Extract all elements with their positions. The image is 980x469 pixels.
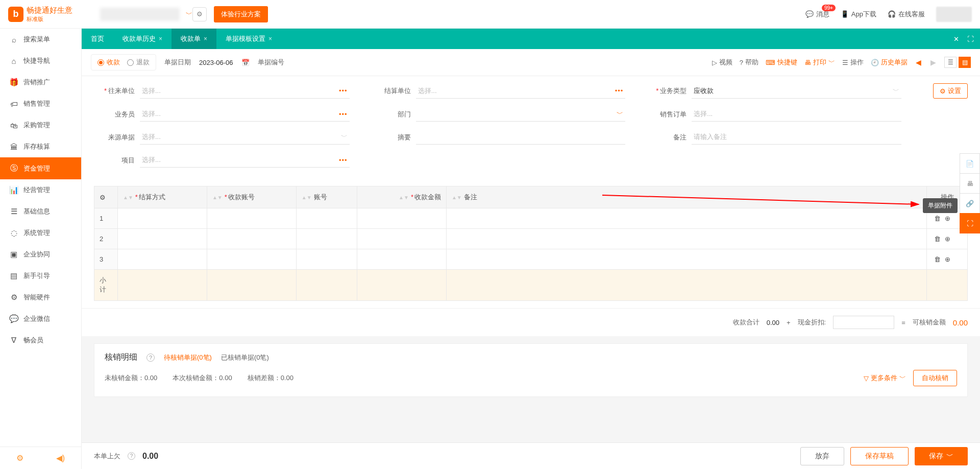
app-download-button[interactable]: 📱 App下载 — [841, 10, 876, 19]
docno-label: 单据编号 — [258, 58, 284, 67]
user-avatar[interactable] — [936, 7, 972, 22]
help-icon[interactable]: ? — [146, 354, 155, 362]
radio-label: 退款 — [136, 58, 150, 67]
float-print-button[interactable]: 🖶 — [960, 173, 980, 194]
float-expand-button[interactable]: ⛶ — [960, 213, 980, 233]
auto-writeoff-button[interactable]: 自动核销 — [913, 370, 957, 386]
sidebar-item-wechat[interactable]: 💬企业微信 — [0, 308, 81, 330]
sidebar-item-purchase[interactable]: 🛍采购管理 — [0, 114, 81, 136]
settleunit-label: 结算单位 — [384, 87, 411, 95]
sidebar-item-quicknav[interactable]: ⌂快捷导航 — [0, 50, 81, 72]
close-all-icon[interactable]: ✕ — [951, 33, 961, 45]
tab-receipt-history[interactable]: 收款单历史× — [113, 29, 172, 49]
calendar-icon[interactable]: 📅 — [241, 59, 250, 66]
next-doc-button[interactable]: ▶ — [929, 58, 937, 66]
table-config-header[interactable]: ⚙ — [94, 186, 118, 208]
discard-button[interactable]: 放弃 — [800, 447, 844, 465]
remark-input[interactable]: 请输入备注 — [692, 130, 901, 145]
shortcut-button[interactable]: ⌨快捷键 — [766, 58, 797, 67]
table-row[interactable]: 3🗑⊕ — [94, 249, 968, 270]
add-row-icon[interactable]: ⊕ — [945, 235, 950, 243]
sidebar-item-member[interactable]: ∇畅会员 — [0, 330, 81, 351]
view-form-button[interactable]: ▤ — [959, 57, 971, 68]
history-button[interactable]: 🕘历史单据 — [871, 58, 908, 67]
add-row-icon[interactable]: ⊕ — [945, 215, 950, 222]
messages-button[interactable]: 💬 消息 99+ — [805, 10, 829, 19]
prev-doc-button[interactable]: ◀ — [915, 58, 922, 66]
project-input[interactable]: 选择...••• — [140, 153, 350, 168]
unwriteoff-amount: 未核销金额：0.00 — [105, 373, 157, 383]
menu-icon: ☰ — [842, 59, 848, 66]
subtotal-row: 小计 — [94, 270, 968, 301]
tab-done-writeoff[interactable]: 已核销单据(0笔) — [221, 353, 269, 362]
trial-industry-button[interactable]: 体验行业方案 — [214, 6, 268, 22]
float-draft-button[interactable]: 📄 — [960, 153, 980, 174]
save-button[interactable]: 保存﹀ — [915, 447, 968, 465]
add-row-icon[interactable]: ⊕ — [945, 255, 950, 263]
more-conditions-button[interactable]: ▽更多条件﹀ — [864, 373, 906, 383]
radio-refund[interactable]: 退款 — [127, 58, 150, 67]
tag-icon: 🏷 — [9, 100, 18, 108]
col-settle-method[interactable]: ▲▼*结算方式 — [118, 186, 207, 208]
settings-icon[interactable]: ⚙ — [16, 453, 23, 463]
online-service-button[interactable]: 🎧 在线客服 — [888, 10, 925, 19]
date-value[interactable]: 2023-06-06 — [199, 59, 233, 66]
view-list-button[interactable]: ☰ — [944, 57, 957, 68]
save-draft-button[interactable]: 保存草稿 — [850, 447, 909, 465]
col-account[interactable]: ▲▼*收款账号 — [207, 186, 296, 208]
delete-row-icon[interactable]: 🗑 — [934, 215, 941, 222]
col-remark[interactable]: ▲▼备注 — [446, 186, 926, 208]
help-icon[interactable]: ? — [128, 452, 135, 460]
sidebar-item-basicinfo[interactable]: ☰基础信息 — [0, 201, 81, 222]
cash-discount-input[interactable] — [833, 316, 894, 329]
sidebar-item-sales[interactable]: 🏷销售管理 — [0, 93, 81, 114]
partner-input[interactable]: 选择...••• — [140, 84, 350, 99]
close-icon[interactable]: × — [204, 35, 207, 42]
sidebar-item-operation[interactable]: 📊经营管理 — [0, 179, 81, 201]
delete-row-icon[interactable]: 🗑 — [934, 255, 941, 263]
detail-table: ⚙ ▲▼*结算方式 ▲▼*收款账号 ▲▼账号 ▲▼*收款金额 ▲▼备注 操作 1… — [94, 186, 968, 301]
sidebar-item-marketing[interactable]: 🎁营销推广 — [0, 72, 81, 93]
col-amount[interactable]: ▲▼*收款金额 — [357, 186, 447, 208]
summary-input[interactable] — [416, 130, 626, 145]
radio-receive[interactable]: 收款 — [97, 58, 120, 67]
sidebar-item-collab[interactable]: ▣企业协同 — [0, 244, 81, 265]
delete-row-icon[interactable]: 🗑 — [934, 235, 941, 243]
sidebar-item-finance[interactable]: Ⓢ资金管理 — [0, 157, 81, 179]
help-button[interactable]: ?帮助 — [740, 58, 758, 67]
sidebar-item-search[interactable]: ⌕搜索菜单 — [0, 29, 81, 50]
fullscreen-icon[interactable]: ⛶ — [965, 33, 976, 45]
toolbar-right: ▷视频 ?帮助 ⌨快捷键 🖶打印﹀ ☰操作 🕘历史单据 ◀ ▶ ☰ ▤ — [712, 57, 971, 68]
sidebar-item-system[interactable]: ◌系统管理 — [0, 222, 81, 244]
dept-input[interactable]: ﹀ — [416, 107, 626, 122]
tab-label: 收款单历史 — [122, 34, 156, 43]
settleunit-input[interactable]: 选择...••• — [416, 84, 626, 99]
source-input[interactable]: 选择...﹀ — [140, 130, 350, 145]
tab-home[interactable]: 首页 — [82, 29, 113, 49]
close-icon[interactable]: × — [159, 35, 162, 42]
sidebar-item-hardware[interactable]: ⚙智能硬件 — [0, 287, 81, 308]
form-settings-button[interactable]: ⚙设置 — [933, 83, 968, 99]
attachment-tooltip: 单据附件 — [923, 198, 958, 213]
biztype-input[interactable]: 应收款﹀ — [692, 84, 901, 99]
collapse-icon[interactable]: ◀) — [56, 453, 65, 463]
tab-receipt[interactable]: 收款单× — [172, 29, 216, 49]
table-row[interactable]: 1🗑⊕ — [94, 208, 968, 229]
salesorder-input[interactable]: 选择... — [692, 107, 901, 122]
messages-badge: 99+ — [822, 5, 836, 11]
operate-button[interactable]: ☰操作 — [842, 58, 864, 67]
sidebar-item-guide[interactable]: ▤新手引导 — [0, 265, 81, 287]
settings-gear-button[interactable]: ⚙ — [192, 7, 207, 21]
col-acctno[interactable]: ▲▼账号 — [296, 186, 357, 208]
print-button[interactable]: 🖶打印﹀ — [804, 58, 835, 67]
sidebar-item-inventory[interactable]: 🏛库存核算 — [0, 136, 81, 157]
video-button[interactable]: ▷视频 — [712, 58, 732, 67]
table-row[interactable]: 2🗑⊕ — [94, 229, 968, 249]
float-attachment-button[interactable]: 🔗 — [960, 193, 980, 214]
sidebar: ⌕搜索菜单 ⌂快捷导航 🎁营销推广 🏷销售管理 🛍采购管理 🏛库存核算 Ⓢ资金管… — [0, 29, 82, 469]
org-selector[interactable]: ﹀ — [100, 8, 192, 21]
salesman-input[interactable]: 选择...••• — [140, 107, 350, 122]
tab-template[interactable]: 单据模板设置× — [216, 29, 281, 49]
tab-pending-writeoff[interactable]: 待核销单据(0笔) — [164, 353, 212, 362]
close-icon[interactable]: × — [268, 35, 272, 42]
